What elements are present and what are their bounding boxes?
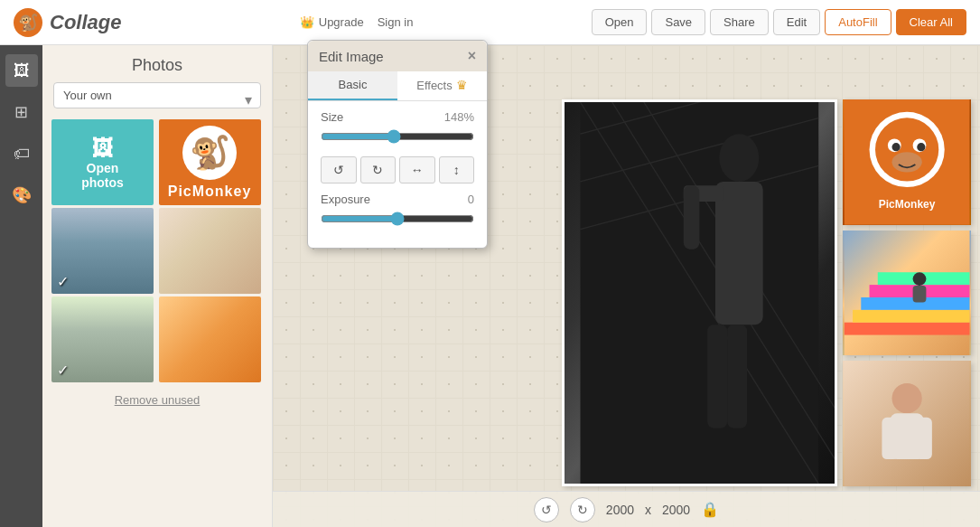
photo-cell-2[interactable]: ✓ bbox=[51, 208, 154, 294]
lock-icon[interactable]: 🔒 bbox=[701, 501, 719, 518]
top-right-photo: PicMonkey bbox=[843, 99, 971, 225]
size-row: Size 148% bbox=[321, 110, 474, 124]
undo-button[interactable]: ↺ bbox=[534, 497, 559, 522]
svg-rect-12 bbox=[684, 185, 700, 249]
collage-layout: PicMonkey bbox=[562, 99, 971, 486]
mid-right-photo bbox=[843, 231, 971, 356]
sign-in-button[interactable]: Sign in bbox=[378, 15, 414, 29]
svg-point-20 bbox=[891, 152, 921, 172]
sidebar: 🖼 ⊞ 🏷 🎨 bbox=[0, 45, 42, 527]
photos-icon: 🖼 bbox=[14, 61, 30, 80]
dialog-tabs: Basic Effects ♛ bbox=[308, 71, 487, 101]
sidebar-item-paint[interactable]: 🎨 bbox=[5, 179, 38, 212]
photo-cell-5[interactable] bbox=[159, 296, 261, 382]
flip-vertical-button[interactable]: ↕ bbox=[439, 156, 475, 184]
svg-text:PicMonkey: PicMonkey bbox=[879, 198, 936, 211]
exposure-value: 0 bbox=[468, 193, 474, 206]
dialog-title-bar: Edit Image × bbox=[308, 41, 487, 71]
open-photos-cell[interactable]: 🖼 Open photos bbox=[51, 119, 154, 205]
sign-in-label: Sign in bbox=[378, 15, 414, 29]
right-cell-top[interactable]: PicMonkey bbox=[843, 99, 971, 225]
dialog-close-button[interactable]: × bbox=[468, 48, 476, 64]
svg-rect-34 bbox=[915, 418, 931, 459]
photo-cell-1[interactable]: 🐒 PicMonkey bbox=[159, 119, 261, 205]
flip-v-icon: ↕ bbox=[453, 163, 460, 177]
photos-panel-title: Photos bbox=[42, 45, 272, 82]
rotate-left-icon: ↺ bbox=[333, 163, 344, 177]
svg-rect-10 bbox=[707, 325, 727, 428]
redo-button[interactable]: ↻ bbox=[570, 497, 595, 522]
edit-button[interactable]: Edit bbox=[773, 9, 820, 35]
layout-icon: ⊞ bbox=[14, 102, 28, 122]
exposure-slider-wrap bbox=[321, 212, 474, 230]
photos-dropdown-wrap: Your own Facebook Instagram bbox=[42, 82, 272, 119]
svg-point-28 bbox=[912, 272, 926, 286]
tab-effects[interactable]: Effects ♛ bbox=[397, 71, 487, 100]
open-photos-line2: photos bbox=[81, 175, 124, 190]
collage-right-column: PicMonkey bbox=[843, 99, 971, 486]
sidebar-item-stickers[interactable]: 🏷 bbox=[5, 137, 38, 170]
svg-rect-23 bbox=[845, 322, 970, 334]
collage-left-column[interactable] bbox=[562, 99, 837, 486]
paint-icon: 🎨 bbox=[12, 185, 32, 205]
flip-h-icon: ↔ bbox=[411, 163, 424, 177]
picmonkey-photo: 🐒 PicMonkey bbox=[159, 119, 261, 205]
exposure-label: Exposure bbox=[321, 193, 370, 206]
logo-icon: 🐒 bbox=[14, 8, 42, 37]
clear-all-button[interactable]: Clear All bbox=[896, 9, 966, 35]
autofill-button[interactable]: AutoFill bbox=[825, 9, 891, 35]
crown-icon: ♛ bbox=[456, 78, 468, 92]
sidebar-item-layout[interactable]: ⊞ bbox=[5, 96, 38, 128]
status-bar: ↺ ↻ 2000 x 2000 🔒 bbox=[273, 491, 980, 527]
remove-unused-button[interactable]: Remove unused bbox=[42, 382, 272, 418]
rotate-right-icon: ↻ bbox=[372, 163, 383, 177]
photo-cell-3[interactable] bbox=[159, 208, 261, 294]
right-cell-bot[interactable] bbox=[843, 361, 971, 486]
transform-buttons: ↺ ↻ ↔ ↕ bbox=[321, 156, 474, 184]
open-icon: 🖼 bbox=[92, 136, 114, 161]
picmonkey-face: 🐒 bbox=[182, 126, 237, 180]
photos-grid: 🖼 Open photos 🐒 PicMonkey ✓ ✓ bbox=[42, 119, 272, 382]
upgrade-label: Upgrade bbox=[319, 15, 364, 29]
size-value: 148% bbox=[444, 110, 474, 124]
tab-basic[interactable]: Basic bbox=[308, 71, 397, 100]
main-collage-photo bbox=[565, 102, 835, 484]
share-button[interactable]: Share bbox=[710, 9, 769, 35]
app-logo: 🐒 Collage bbox=[14, 8, 121, 37]
size-label: Size bbox=[321, 110, 343, 124]
svg-rect-33 bbox=[882, 418, 898, 459]
open-button[interactable]: Open bbox=[592, 9, 648, 35]
exposure-slider[interactable] bbox=[321, 212, 474, 226]
exposure-row: Exposure 0 bbox=[321, 193, 474, 206]
logo-text: Collage bbox=[50, 11, 121, 34]
sidebar-item-photos[interactable]: 🖼 bbox=[5, 54, 38, 87]
photos-panel: Photos Your own Facebook Instagram 🖼 Ope… bbox=[42, 45, 273, 527]
canvas-width: 2000 bbox=[606, 503, 634, 517]
right-nav-buttons: Open Save Share Edit AutoFill Clear All bbox=[592, 9, 966, 35]
photos-source-dropdown[interactable]: Your own Facebook Instagram bbox=[53, 82, 261, 108]
svg-point-31 bbox=[891, 383, 921, 413]
rotate-left-button[interactable]: ↺ bbox=[321, 156, 357, 184]
photo-cell-4[interactable]: ✓ bbox=[51, 296, 154, 382]
upgrade-button[interactable]: 👑 Upgrade bbox=[300, 15, 364, 29]
svg-rect-24 bbox=[853, 309, 969, 322]
rotate-right-button[interactable]: ↻ bbox=[360, 156, 397, 184]
svg-point-7 bbox=[719, 134, 759, 182]
open-photos-line1: Open bbox=[87, 161, 119, 175]
canvas-height: 2000 bbox=[662, 503, 690, 517]
top-navigation: 🐒 Collage 👑 Upgrade Sign in Open Save Sh… bbox=[0, 0, 980, 45]
size-slider-wrap bbox=[321, 129, 474, 147]
save-button[interactable]: Save bbox=[651, 9, 705, 35]
photo-checkmark-2: ✓ bbox=[57, 273, 69, 290]
picmonkey-text: PicMonkey bbox=[168, 184, 252, 200]
dialog-body: Size 148% ↺ ↻ ↔ ↕ Exposure 0 bbox=[308, 101, 487, 248]
svg-rect-29 bbox=[912, 286, 926, 302]
svg-point-19 bbox=[917, 143, 925, 151]
flip-horizontal-button[interactable]: ↔ bbox=[399, 156, 435, 184]
right-cell-mid[interactable] bbox=[843, 231, 971, 356]
bot-right-photo bbox=[843, 361, 971, 486]
photo-checkmark-4: ✓ bbox=[57, 362, 69, 379]
dimensions-separator: x bbox=[645, 503, 651, 517]
size-slider[interactable] bbox=[321, 129, 474, 144]
svg-point-18 bbox=[891, 143, 900, 151]
